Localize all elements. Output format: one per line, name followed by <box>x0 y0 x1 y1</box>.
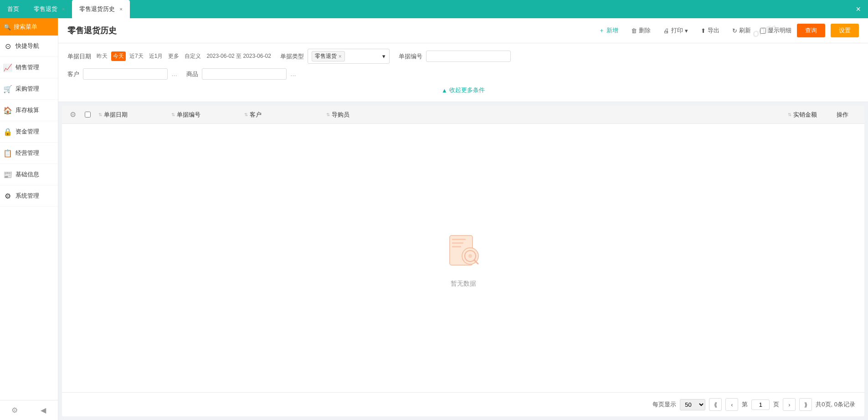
type-select[interactable]: 零售退货 × ▾ <box>308 49 390 64</box>
display-detail-checkbox[interactable]: 显示明细 <box>760 26 791 35</box>
display-detail-label: 显示明细 <box>768 26 791 35</box>
sidebar-item-system[interactable]: ⚙ 系统管理 <box>0 185 58 207</box>
page-label-suffix: 页 <box>773 400 779 409</box>
page-title: 零售退货历史 <box>67 25 117 36</box>
shortcut-1month[interactable]: 近1月 <box>147 51 165 61</box>
export-label: 导出 <box>708 26 719 35</box>
sidebar-search[interactable]: 🔍 搜索菜单 <box>0 18 58 36</box>
refresh-icon: ↻ <box>732 27 737 34</box>
delete-button[interactable]: 🗑 删除 <box>627 25 654 36</box>
inventory-icon: 🏠 <box>4 106 12 114</box>
shortcut-7days[interactable]: 近7天 <box>128 51 145 61</box>
shortcut-today[interactable]: 今天 <box>111 51 126 61</box>
add-button[interactable]: ＋ 新增 <box>595 25 622 36</box>
date-label: 单据日期 <box>67 52 91 61</box>
sidebar-item-inventory[interactable]: 🏠 库存核算 <box>0 100 58 121</box>
tab-retail-return-history-label: 零售退货历史 <box>79 5 115 13</box>
select-all-input[interactable] <box>85 112 91 118</box>
export-button[interactable]: ⬆ 导出 <box>697 25 723 36</box>
shortcut-custom[interactable]: 自定义 <box>183 51 203 61</box>
col-header-customer[interactable]: ⇅ 客户 <box>241 111 323 119</box>
type-tag: 零售退货 × <box>312 51 345 61</box>
tab-home[interactable]: 首页 <box>0 0 26 18</box>
number-input[interactable] <box>426 51 511 62</box>
customer-more-icon[interactable]: … <box>171 71 177 77</box>
prev-page-btn[interactable]: ‹ <box>725 398 738 411</box>
col-number-sort-icon: ⇅ <box>171 112 175 117</box>
customer-filter: 客户 … <box>67 68 177 80</box>
settings-button[interactable]: 设置 <box>831 24 859 37</box>
tab-home-label: 首页 <box>7 5 19 13</box>
empty-illustration <box>441 229 486 274</box>
window-close-btn[interactable]: × <box>848 5 868 14</box>
collapse-icon: ▲ <box>442 87 447 94</box>
per-page-select[interactable]: 10 20 50 100 <box>680 399 705 410</box>
sidebar-item-purchase[interactable]: 🛒 采购管理 <box>0 78 58 100</box>
col-guide-sort-icon: ⇅ <box>326 112 330 117</box>
svg-rect-3 <box>452 246 461 247</box>
col-action-label: 操作 <box>837 111 848 119</box>
sidebar-item-quick-nav-label: 快捷导航 <box>15 42 39 50</box>
col-header-date[interactable]: ⇅ 单据日期 <box>95 111 168 119</box>
toolbar: ＋ 新增 🗑 删除 🖨 打印 ▾ ⬆ 导出 ↻ 刷新 <box>595 24 859 37</box>
col-header-guide[interactable]: ⇅ 导购员 <box>323 111 386 119</box>
sidebar-bottom: ⚙ ◀ <box>0 400 58 420</box>
col-header-number[interactable]: ⇅ 单据编号 <box>168 111 241 119</box>
empty-text: 暂无数据 <box>451 280 476 288</box>
purchase-icon: 🛒 <box>4 85 12 93</box>
sidebar-collapse-btn[interactable]: ◀ <box>29 400 58 420</box>
nav-tabs: 首页 零售退货 × 零售退货历史 × <box>0 0 848 18</box>
shortcut-more[interactable]: 更多 <box>166 51 181 61</box>
svg-rect-2 <box>452 242 463 244</box>
date-shortcuts: 昨天 今天 近7天 近1月 更多 自定义 <box>95 51 203 61</box>
col-date-sort-icon: ⇅ <box>98 112 102 117</box>
type-tag-remove[interactable]: × <box>339 53 342 60</box>
sales-icon: 📈 <box>4 63 12 72</box>
last-page-btn[interactable]: ⟫ <box>799 398 812 411</box>
col-amount-label: 实销金额 <box>793 111 817 119</box>
search-icon: 🔍 <box>4 24 11 31</box>
quick-nav-icon: ⊙ <box>4 42 12 50</box>
column-settings-btn[interactable]: ⚙ <box>66 110 80 119</box>
print-button[interactable]: 🖨 打印 ▾ <box>660 25 692 36</box>
collapse-filter-btn[interactable]: ▲ 收起更多条件 <box>438 84 488 96</box>
type-filter: 单据类型 零售退货 × ▾ <box>280 49 390 64</box>
query-button[interactable]: 查询 <box>797 24 825 37</box>
page-label-prefix: 第 <box>742 400 748 409</box>
table-header: ⚙ ⇅ 单据日期 ⇅ 单据编号 ⇅ 客户 ⇅ 导购员 <box>62 106 864 124</box>
current-page-input[interactable] <box>751 400 770 410</box>
refresh-button[interactable]: ↻ 刷新 <box>729 25 755 36</box>
goods-input[interactable] <box>202 68 287 80</box>
sidebar-search-label: 搜索菜单 <box>14 23 37 31</box>
sidebar-item-quick-nav[interactable]: ⊙ 快捷导航 <box>0 36 58 57</box>
first-page-btn[interactable]: ⟪ <box>709 398 722 411</box>
type-label: 单据类型 <box>280 52 304 61</box>
type-select-chevron: ▾ <box>382 53 385 60</box>
tab-retail-return-label: 零售退货 <box>34 5 57 13</box>
print-label: 打印 <box>671 26 683 35</box>
goods-more-icon[interactable]: … <box>290 71 296 77</box>
add-icon: ＋ <box>599 26 605 35</box>
total-label: 共0页, 0条记录 <box>816 400 855 409</box>
tab-retail-return[interactable]: 零售退货 × <box>26 0 72 18</box>
tab-retail-return-close[interactable]: × <box>62 6 65 12</box>
select-all-checkbox[interactable] <box>80 112 95 118</box>
sidebar-settings-btn[interactable]: ⚙ <box>0 400 29 420</box>
customer-input[interactable] <box>83 68 168 80</box>
display-detail-input[interactable] <box>760 28 766 34</box>
col-amount-sort-icon: ⇅ <box>788 112 791 117</box>
print-dropdown-icon: ▾ <box>685 27 688 34</box>
tab-retail-return-history[interactable]: 零售退货历史 × <box>72 0 129 18</box>
date-range-display: 2023-06-02 至 2023-06-02 <box>206 52 271 60</box>
col-header-amount[interactable]: ⇅ 实销金额 <box>386 111 824 119</box>
delete-icon: 🗑 <box>631 27 637 34</box>
sidebar-item-operations[interactable]: 📋 经营管理 <box>0 143 58 164</box>
shortcut-yesterday[interactable]: 昨天 <box>95 51 109 61</box>
sidebar-item-finance[interactable]: 🔒 资金管理 <box>0 121 58 143</box>
sidebar-item-basic-info[interactable]: 📰 基础信息 <box>0 164 58 185</box>
page-header: 零售退货历史 ＋ 新增 🗑 删除 🖨 打印 ▾ ⬆ 导出 <box>58 18 868 43</box>
sidebar-item-sales[interactable]: 📈 销售管理 <box>0 57 58 78</box>
svg-point-7 <box>468 254 472 258</box>
next-page-btn[interactable]: › <box>783 398 796 411</box>
tab-retail-return-history-close[interactable]: × <box>119 6 122 12</box>
